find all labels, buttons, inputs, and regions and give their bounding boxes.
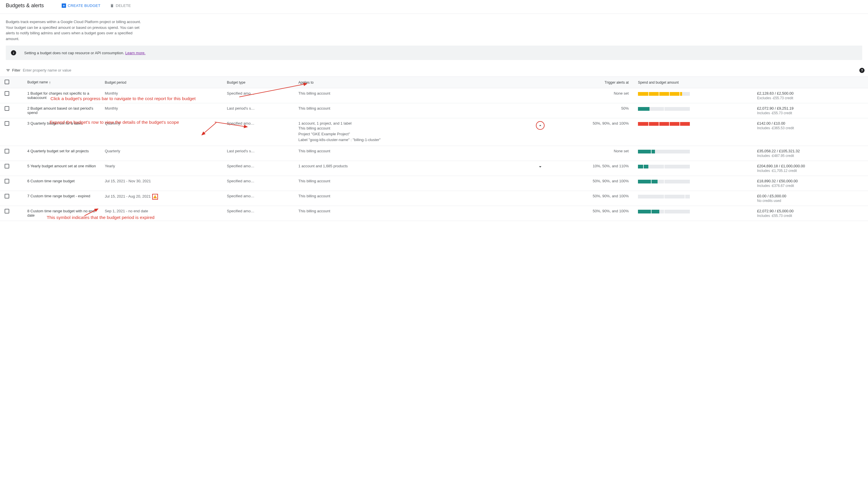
applies-to-cell: This billing account (296, 103, 522, 118)
progress-bar[interactable] (638, 165, 690, 169)
expand-cell (522, 103, 558, 118)
budget-type-cell: Specified amo… (225, 191, 296, 206)
table-row[interactable]: 4 Quarterly budget set for all projectsQ… (0, 146, 868, 161)
chevron-up-icon[interactable] (536, 121, 545, 130)
spend-progress-cell (636, 103, 755, 118)
applies-to-cell: This billing account (296, 88, 522, 103)
budget-name-cell[interactable]: 8 Custom time range budget with no end d… (25, 206, 103, 221)
applies-to-cell: This billing account (296, 191, 522, 206)
progress-bar[interactable] (638, 195, 690, 199)
col-spend-header[interactable]: Spend and budget amount (636, 77, 868, 88)
trigger-alerts-cell: 50%, 90%, and 100% (558, 191, 636, 206)
table-row[interactable]: 7 Custom time range budget - expiredJul … (0, 191, 868, 206)
filter-input[interactable] (23, 66, 132, 74)
table-header-row: Budget name ↑ Budget period Budget type … (0, 77, 868, 88)
budget-name-cell[interactable]: 4 Quarterly budget set for all projects (25, 146, 103, 161)
budget-name-cell[interactable]: 6 Custom time range budget (25, 176, 103, 191)
spend-amount-cell: £2,128.63 / £2,500.00Excludes -£55.73 cr… (755, 88, 868, 103)
applies-to-cell: This billing account (296, 206, 522, 221)
budget-name-cell[interactable]: 1 Budget for charges not specific to a s… (25, 88, 103, 103)
budget-type-cell: Last period's s… (225, 103, 296, 118)
budget-name-cell[interactable]: 5 Yearly budget amount set at one millio… (25, 161, 103, 176)
budget-name-cell[interactable]: 7 Custom time range budget - expired (25, 191, 103, 206)
spend-amount-cell: £142.00 / £10.00Includes -£365.53 credit (755, 118, 868, 146)
progress-bar[interactable] (638, 150, 690, 153)
budget-period-cell: Monthly (102, 88, 225, 103)
applies-to-cell: 1 account and 1,685 products (296, 161, 522, 176)
help-icon[interactable]: ? (860, 68, 865, 73)
col-period-header[interactable]: Budget period (102, 77, 225, 88)
budget-period-cell: Quarterly (102, 118, 225, 146)
expand-cell (522, 206, 558, 221)
info-icon: i (11, 50, 16, 55)
header-actions: + CREATE BUDGET DELETE (61, 2, 131, 9)
expand-cell (522, 191, 558, 206)
trigger-alerts-cell: 10%, 50%, and 110% (558, 161, 636, 176)
row-checkbox[interactable] (5, 149, 9, 153)
row-checkbox[interactable] (5, 164, 9, 169)
row-checkbox[interactable] (5, 179, 9, 184)
budget-period-cell: Quarterly (102, 146, 225, 161)
info-text: Setting a budget does not cap resource o… (24, 51, 125, 55)
applies-to-cell: This billing account (296, 176, 522, 191)
learn-more-link[interactable]: Learn more. (125, 51, 146, 55)
trigger-alerts-cell: 50%, 90%, and 100% (558, 118, 636, 146)
applies-to-cell: 1 account, 1 project, and 1 labelThis bi… (296, 118, 522, 146)
spend-progress-cell (636, 206, 755, 221)
progress-bar[interactable] (638, 122, 690, 126)
col-type-header[interactable]: Budget type (225, 77, 296, 88)
spend-progress-cell (636, 176, 755, 191)
budget-type-cell: Specified amo… (225, 118, 296, 146)
table-row[interactable]: 2 Budget amount based on last period's s… (0, 103, 868, 118)
budget-name-cell[interactable]: 3 Quarterly budget set for a label (25, 118, 103, 146)
budget-type-cell: Specified amo… (225, 176, 296, 191)
budget-type-cell: Specified amo… (225, 88, 296, 103)
progress-bar[interactable] (638, 210, 690, 214)
budget-type-cell: Last period's s… (225, 146, 296, 161)
filter-icon (6, 68, 11, 73)
row-checkbox[interactable] (5, 91, 9, 96)
spend-amount-cell: £204,690.18 / £1,000,000.00Includes -£1,… (755, 161, 868, 176)
budgets-table: Budget name ↑ Budget period Budget type … (0, 76, 868, 221)
row-checkbox[interactable] (5, 194, 9, 199)
select-all-checkbox[interactable] (5, 80, 9, 84)
table-row[interactable]: 1 Budget for charges not specific to a s… (0, 88, 868, 103)
spend-amount-cell: £35,058.22 / £105,321.32Includes -£487.9… (755, 146, 868, 161)
col-alerts-header[interactable]: Trigger alerts at (558, 77, 636, 88)
spend-progress-cell (636, 191, 755, 206)
row-checkbox[interactable] (5, 106, 9, 111)
budget-type-cell: Specified amo… (225, 206, 296, 221)
budget-period-cell: Jul 15, 2021 - Aug 20, 2021 (102, 191, 225, 206)
table-row[interactable]: 3 Quarterly budget set for a labelQuarte… (0, 118, 868, 146)
page-title: Budgets & alerts (6, 3, 44, 8)
budget-name-cell[interactable]: 2 Budget amount based on last period's s… (25, 103, 103, 118)
col-name-header[interactable]: Budget name ↑ (25, 77, 103, 88)
table-row[interactable]: 8 Custom time range budget with no end d… (0, 206, 868, 221)
spend-progress-cell (636, 88, 755, 103)
trigger-alerts-cell: 50%, 90%, and 100% (558, 206, 636, 221)
create-budget-button[interactable]: + CREATE BUDGET (61, 2, 101, 9)
row-checkbox[interactable] (5, 121, 9, 126)
budget-period-cell: Monthly (102, 103, 225, 118)
delete-button[interactable]: DELETE (109, 2, 131, 9)
progress-bar[interactable] (638, 180, 690, 184)
spend-progress-cell (636, 118, 755, 146)
budget-period-cell: Sep 1, 2021 - no end date (102, 206, 225, 221)
col-applies-header[interactable]: Applies to (296, 77, 558, 88)
expand-cell (522, 161, 558, 176)
table-row[interactable]: 5 Yearly budget amount set at one millio… (0, 161, 868, 176)
progress-bar[interactable] (638, 92, 690, 96)
trigger-alerts-cell: 50% (558, 103, 636, 118)
expand-cell (522, 146, 558, 161)
row-checkbox[interactable] (5, 209, 9, 214)
table-row[interactable]: 6 Custom time range budgetJul 15, 2021 -… (0, 176, 868, 191)
create-budget-label: CREATE BUDGET (68, 3, 100, 8)
budget-period-cell: Jul 15, 2021 - Nov 30, 2021 (102, 176, 225, 191)
chevron-down-icon[interactable] (537, 165, 543, 171)
filter-bar: Filter ? (0, 64, 868, 76)
info-banner: i Setting a budget does not cap resource… (6, 46, 862, 60)
progress-bar[interactable] (638, 107, 690, 111)
delete-label: DELETE (116, 3, 131, 8)
spend-amount-cell: £18,890.32 / £50,000.00Includes -£376.67… (755, 176, 868, 191)
budget-type-cell: Specified amo… (225, 161, 296, 176)
